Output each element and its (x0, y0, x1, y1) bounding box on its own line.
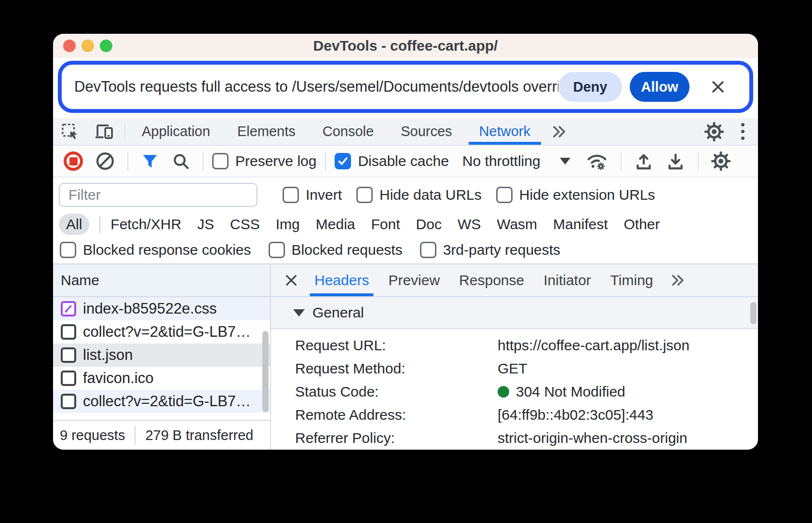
details-tabbar: Headers Preview Response Initiator Timin… (271, 264, 758, 297)
tab-response[interactable]: Response (449, 264, 534, 296)
type-filter-doc[interactable]: Doc (416, 216, 442, 233)
type-filter-js[interactable]: JS (197, 216, 214, 233)
throttling-value: No throttling (462, 153, 541, 169)
type-filter-css[interactable]: CSS (230, 216, 260, 233)
field-value: strict-origin-when-cross-origin (498, 430, 687, 446)
record-stop-icon[interactable] (64, 151, 83, 171)
settings-gear-icon[interactable] (697, 122, 731, 141)
header-field: Referrer Policy: strict-origin-when-cros… (271, 427, 758, 450)
hide-extension-urls-checkbox[interactable] (496, 187, 513, 203)
third-party-toggle[interactable]: 3rd-party requests (420, 242, 560, 258)
hide-data-urls-checkbox[interactable] (356, 187, 373, 203)
disable-cache-toggle[interactable]: Disable cache (335, 153, 448, 169)
third-party-label: 3rd-party requests (443, 242, 560, 258)
more-tabs-icon[interactable] (544, 118, 574, 145)
tab-preview[interactable]: Preview (379, 264, 449, 296)
chip-separator (99, 216, 100, 233)
preserve-log-checkbox[interactable] (212, 153, 229, 169)
allow-button[interactable]: Allow (630, 72, 690, 102)
tab-initiator[interactable]: Initiator (534, 264, 600, 296)
filter-input[interactable] (59, 183, 257, 207)
close-details-icon[interactable] (278, 264, 305, 296)
header-field: Remote Address: [64:ff9b::4b02:3c05]:443 (271, 403, 758, 427)
network-settings-gear-icon[interactable] (707, 151, 734, 171)
transferred-size: 279 B transferred (145, 427, 253, 443)
type-filter-font[interactable]: Font (371, 216, 400, 233)
general-section-header[interactable]: General (271, 297, 758, 329)
generic-file-icon (61, 394, 76, 409)
toolbar-separator (127, 151, 128, 171)
type-filter-manifest[interactable]: Manifest (553, 216, 608, 233)
hide-data-urls-toggle[interactable]: Hide data URLs (356, 187, 482, 203)
type-filter-img[interactable]: Img (276, 216, 300, 233)
blocked-cookies-checkbox[interactable] (60, 242, 76, 258)
css-file-icon (61, 301, 76, 317)
device-toolbar-icon[interactable] (87, 118, 122, 145)
details-scrollbar[interactable] (750, 302, 757, 324)
request-name: favicon.ico (83, 370, 165, 387)
permission-message: DevTools requests full access to /Users/… (74, 78, 558, 96)
inspect-element-icon[interactable] (53, 118, 87, 145)
request-list-pane: Name index-b859522e.css collect?v=2&tid=… (53, 264, 271, 450)
tab-application[interactable]: Application (128, 118, 224, 145)
field-value: https://coffee-cart.app/list.json (498, 337, 690, 354)
banner-close-icon[interactable] (706, 79, 730, 95)
tab-console[interactable]: Console (309, 118, 387, 145)
import-har-icon[interactable] (630, 151, 657, 171)
type-filter-media[interactable]: Media (316, 216, 355, 233)
throttling-dropdown[interactable]: No throttling (462, 153, 570, 169)
more-detail-tabs-icon[interactable] (663, 264, 692, 296)
tab-timing[interactable]: Timing (601, 264, 663, 296)
blocked-requests-label: Blocked requests (292, 242, 403, 258)
extra-filters-row: Blocked response cookies Blocked request… (53, 236, 758, 264)
tab-sources[interactable]: Sources (387, 118, 465, 145)
toolbar-separator (621, 151, 622, 171)
preserve-log-toggle[interactable]: Preserve log (212, 153, 316, 169)
export-har-icon[interactable] (662, 151, 689, 171)
tab-elements[interactable]: Elements (224, 118, 309, 145)
tab-network[interactable]: Network (466, 118, 544, 145)
network-conditions-icon[interactable] (582, 151, 612, 171)
invert-label: Invert (306, 187, 342, 203)
preserve-log-label: Preserve log (235, 153, 316, 169)
network-panels: Name index-b859522e.css collect?v=2&tid=… (53, 264, 758, 450)
type-filter-all[interactable]: All (59, 214, 89, 235)
name-column-header[interactable]: Name (53, 264, 270, 297)
header-field: Request URL: https://coffee-cart.app/lis… (271, 334, 758, 357)
tabbar-separator (124, 123, 125, 140)
request-row-selected[interactable]: list.json (53, 344, 270, 367)
type-filter-ws[interactable]: WS (458, 216, 481, 233)
network-toolbar: Preserve log Disable cache No throttling (53, 146, 758, 178)
status-ok-dot (498, 386, 509, 398)
field-label: Referrer Policy: (295, 430, 498, 446)
third-party-checkbox[interactable] (420, 242, 436, 258)
field-value: [64:ff9b::4b02:3c05]:443 (498, 407, 653, 423)
blocked-requests-toggle[interactable]: Blocked requests (269, 242, 403, 258)
tab-headers[interactable]: Headers (305, 264, 379, 296)
type-filter-wasm[interactable]: Wasm (497, 216, 537, 233)
invert-toggle[interactable]: Invert (283, 187, 342, 203)
request-row[interactable]: favicon.ico (53, 367, 270, 390)
kebab-menu-icon[interactable] (735, 120, 750, 143)
hide-extension-urls-toggle[interactable]: Hide extension URLs (496, 187, 655, 203)
disable-cache-checkbox[interactable] (335, 153, 351, 169)
request-row[interactable]: collect?v=2&tid=G-LB7… (53, 390, 270, 413)
type-filter-fetch-xhr[interactable]: Fetch/XHR (110, 216, 181, 233)
deny-button[interactable]: Deny (558, 72, 622, 102)
generic-file-icon (61, 324, 76, 340)
field-label: Remote Address: (295, 407, 498, 423)
invert-checkbox[interactable] (283, 187, 299, 203)
request-row[interactable]: index-b859522e.css (53, 297, 270, 320)
blocked-requests-checkbox[interactable] (269, 242, 285, 258)
filter-funnel-icon[interactable] (137, 152, 163, 170)
request-details-pane: Headers Preview Response Initiator Timin… (271, 264, 758, 450)
clear-network-log-icon[interactable] (92, 151, 119, 171)
request-type-filters: All Fetch/XHR JS CSS Img Media Font Doc … (53, 212, 758, 236)
toolbar-separator (203, 151, 203, 171)
blocked-cookies-toggle[interactable]: Blocked response cookies (60, 242, 251, 258)
network-summary-bar: 9 requests 279 B transferred (53, 420, 270, 450)
request-row[interactable]: collect?v=2&tid=G-LB7… (53, 320, 270, 344)
request-list-scrollbar[interactable] (262, 331, 269, 412)
type-filter-other[interactable]: Other (624, 216, 660, 233)
search-icon[interactable] (168, 152, 194, 170)
